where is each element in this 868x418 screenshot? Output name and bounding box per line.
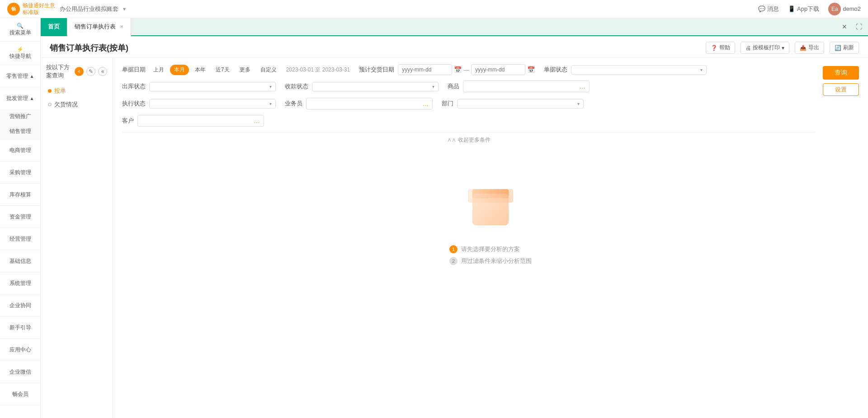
salesperson-input[interactable]: … (306, 98, 433, 109)
sidebar-sub-sales[interactable]: 销售管理 (0, 124, 40, 139)
scheme-item-shortage[interactable]: 欠货情况 (44, 98, 109, 111)
date-tab-custom[interactable]: 自定义 (256, 65, 281, 75)
app-logo-icon: 畅 (7, 3, 20, 15)
header-left: 畅 畅捷通好生意 标准版 办公用品行业模拟账套 ▾ (7, 2, 126, 15)
goods-group: 商品 … (448, 81, 590, 92)
tab-current[interactable]: 销售订单执行表 × (67, 18, 131, 36)
sidebar-item-retail[interactable]: 零售管理 ▲ (0, 65, 40, 87)
date-tab-more[interactable]: 更多 (236, 65, 255, 75)
sidebar-search-section: 🔍 搜索菜单 (0, 18, 40, 42)
tab-home[interactable]: 首页 (41, 18, 67, 36)
date-tab-7days[interactable]: 近7天 (212, 65, 234, 75)
calendar-start-icon[interactable]: 📅 (454, 66, 462, 73)
doc-status-group: 单据状态 ▾ (544, 65, 707, 75)
sidebar-item-search[interactable]: 🔍 搜索菜单 (0, 18, 40, 41)
tab-close-icon[interactable]: × (120, 24, 123, 30)
expected-date-group: 预计交货日期 📅 — 📅 (359, 64, 535, 75)
date-tab-this-year[interactable]: 本年 (191, 65, 210, 75)
exec-status-select[interactable]: ▾ (149, 99, 276, 109)
export-button[interactable]: 📤 导出 (795, 42, 824, 54)
empty-step-1: 1 请先选择要分析的方案 (449, 245, 520, 253)
app-download-action[interactable]: 📱 App下载 (788, 5, 819, 13)
add-scheme-button[interactable]: + (75, 67, 84, 76)
settings-button[interactable]: 设置 (823, 83, 859, 96)
tab-bar: 首页 销售订单执行表 × ✕ ⛶ (41, 18, 868, 36)
receive-status-chevron-icon: ▾ (432, 84, 434, 89)
query-button[interactable]: 查询 (823, 66, 859, 80)
date-tab-this-month[interactable]: 本月 (170, 65, 189, 75)
print-arrow-icon: ▾ (782, 45, 784, 51)
sidebar-wholesale-section: 批发管理 ▲ 营销推广 销售管理 (0, 87, 40, 139)
calendar-end-icon[interactable]: 📅 (527, 66, 535, 73)
out-status-label: 出库状态 (122, 82, 146, 90)
empty-steps: 1 请先选择要分析的方案 2 用过滤条件来缩小分析范围 (449, 245, 532, 265)
sidebar-item-wholesale[interactable]: 批发管理 ▲ (0, 87, 40, 109)
sidebar-purchase-section: 采购管理 (0, 162, 40, 184)
tab-bar-actions: ✕ ⛶ (839, 21, 868, 32)
date-tabs: 上月 本月 本年 近7天 更多 自定义 (149, 65, 281, 75)
tab-window-close-icon[interactable]: ✕ (839, 21, 850, 32)
breadcrumb: 办公用品行业模拟账套 (60, 5, 118, 13)
customer-group: 客户 … (122, 115, 264, 127)
expected-date-start-input[interactable] (398, 64, 452, 75)
breadcrumb-arrow-icon[interactable]: ▾ (123, 6, 126, 12)
sidebar-item-inventory[interactable]: 库存核算 (0, 184, 40, 205)
sidebar-item-quicknav[interactable]: ⚡ 快捷导航 (0, 42, 40, 65)
dept-select[interactable]: ▾ (457, 99, 584, 109)
page-header: 销售订单执行表(按单) ❓ 帮助 🖨 按模板打印 ▾ 📤 导出 🔄 刷新 (41, 36, 868, 58)
refresh-button[interactable]: 🔄 刷新 (830, 42, 859, 54)
message-action[interactable]: 💬 消息 (758, 5, 779, 13)
sidebar-item-membership[interactable]: 畅会员 (0, 383, 40, 405)
out-status-select[interactable]: ▾ (149, 82, 276, 91)
sidebar-item-basicinfo[interactable]: 基础信息 (0, 250, 40, 272)
collapse-panel-button[interactable]: « (98, 67, 107, 76)
user-profile[interactable]: Ea demo2 (828, 3, 861, 15)
dept-label: 部门 (442, 100, 453, 108)
sidebar-item-purchase[interactable]: 采购管理 (0, 162, 40, 183)
help-button[interactable]: ❓ 帮助 (706, 42, 735, 54)
receive-status-select[interactable]: ▾ (312, 82, 439, 91)
sidebar-item-wecom[interactable]: 企业微信 (0, 361, 40, 383)
doc-status-label: 单据状态 (544, 66, 567, 74)
edit-scheme-button[interactable]: ✎ (86, 67, 95, 76)
sidebar-item-sysadmin[interactable]: 系统管理 (0, 272, 40, 294)
exec-status-label: 执行状态 (122, 100, 146, 108)
edit-icon: ✎ (89, 68, 93, 75)
tab-window-expand-icon[interactable]: ⛶ (854, 21, 864, 32)
page-title: 销售订单执行表(按单) (50, 43, 128, 53)
customer-input[interactable]: … (137, 115, 264, 127)
expected-date-end-input[interactable] (471, 64, 525, 75)
sidebar-item-enterprise[interactable]: 企业协同 (0, 294, 40, 316)
inactive-dot (48, 103, 52, 106)
help-icon: ❓ (711, 45, 717, 51)
receive-status-group: 收款状态 ▾ (285, 82, 439, 91)
sidebar-ecom-section: 电商管理 (0, 139, 40, 162)
collapse-arrow-icon: ∧∧ (447, 137, 456, 143)
download-icon: 📱 (788, 5, 795, 12)
logo-text: 畅捷通好生意 标准版 (23, 2, 55, 15)
collapse-bar[interactable]: ∧∧ 收起更多条件 (122, 132, 816, 147)
wholesale-arrow-icon: ▲ (30, 96, 34, 101)
empty-box (472, 194, 509, 225)
date-tab-last-month[interactable]: 上月 (149, 65, 168, 75)
goods-input[interactable]: … (463, 81, 590, 92)
collapse-icon: « (101, 68, 104, 75)
search-icon: 🔍 (17, 23, 24, 29)
doc-status-select[interactable]: ▾ (571, 65, 707, 75)
sidebar-item-newbie[interactable]: 新手引导 (0, 317, 40, 338)
sidebar-item-finance[interactable]: 资金管理 (0, 206, 40, 228)
sidebar-sub-marketing[interactable]: 营销推广 (0, 109, 40, 124)
sidebar-item-ecom[interactable]: 电商管理 (0, 139, 40, 161)
page-header-actions: ❓ 帮助 🖨 按模板打印 ▾ 📤 导出 🔄 刷新 (706, 42, 859, 54)
goods-label: 商品 (448, 82, 459, 90)
expected-date-label: 预计交货日期 (359, 66, 394, 74)
scheme-item-order[interactable]: 按单 (44, 84, 109, 98)
date-range-text: 2023-03-01 至 2023-03-31 (286, 66, 350, 74)
sidebar-item-business[interactable]: 经营管理 (0, 228, 40, 250)
sidebar-retail-section: 零售管理 ▲ (0, 65, 40, 87)
dept-group: 部门 ▾ (442, 99, 584, 109)
print-button[interactable]: 🖨 按模板打印 ▾ (741, 42, 789, 54)
right-filter-panel: 单据日期 上月 本月 本年 近7天 更多 自定义 2023-03-01 至 20… (113, 58, 868, 418)
customer-dots-icon: … (254, 117, 260, 124)
sidebar-item-appcenter[interactable]: 应用中心 (0, 339, 40, 361)
